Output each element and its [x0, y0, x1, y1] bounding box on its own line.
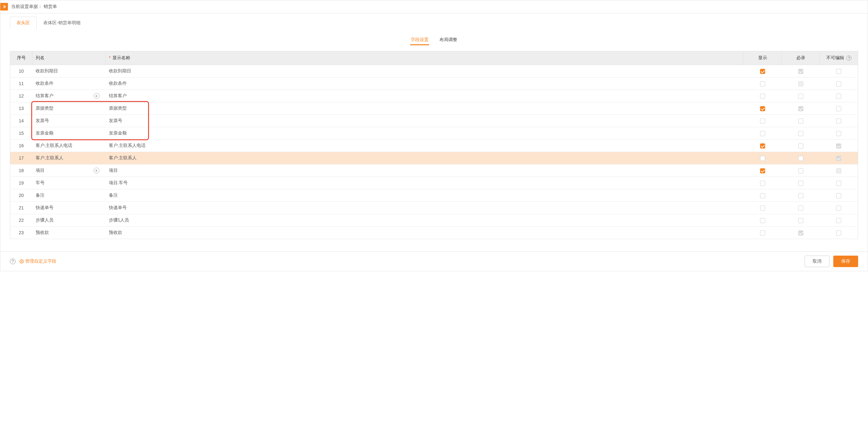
locked-checkbox	[836, 168, 841, 173]
show-checkbox[interactable]	[760, 81, 765, 86]
required-star-icon: *	[109, 55, 111, 60]
plus-icon[interactable]: +	[94, 93, 99, 99]
help-icon[interactable]: ?	[846, 55, 851, 61]
row-show-cell	[744, 202, 782, 214]
show-checkbox[interactable]	[760, 94, 765, 99]
svg-point-0	[21, 261, 22, 262]
plus-icon[interactable]: +	[94, 168, 99, 173]
row-display-name[interactable]: 预收款	[106, 227, 744, 239]
th-index: 序号	[10, 51, 32, 65]
table-row: 19车号项目.车号	[10, 177, 858, 189]
row-locked-cell	[820, 152, 858, 165]
row-display-name[interactable]: 客户.主联系人	[106, 152, 744, 165]
row-required-cell	[782, 78, 820, 90]
locked-checkbox[interactable]	[836, 206, 841, 211]
locked-checkbox	[836, 156, 841, 161]
row-required-cell	[782, 127, 820, 140]
show-checkbox[interactable]	[760, 168, 765, 173]
row-locked-cell	[820, 165, 858, 177]
required-checkbox[interactable]	[798, 156, 803, 161]
row-name-cell: 发票金额	[32, 127, 106, 140]
top-tab-1[interactable]: 表体区-销货单明细	[37, 17, 87, 29]
row-index: 15	[10, 127, 32, 140]
show-checkbox[interactable]	[760, 181, 765, 186]
locked-checkbox[interactable]	[836, 69, 841, 74]
row-display-name[interactable]: 发票号	[106, 115, 744, 127]
required-checkbox[interactable]	[798, 94, 803, 99]
row-display-name[interactable]: 收款条件	[106, 78, 744, 90]
row-index: 21	[10, 202, 32, 214]
row-display-name[interactable]: 发票金额	[106, 127, 744, 140]
row-name-cell: 发票号	[32, 115, 106, 127]
show-checkbox[interactable]	[760, 206, 765, 211]
row-display-name[interactable]: 步骤1人员	[106, 214, 744, 227]
locked-checkbox[interactable]	[836, 193, 841, 198]
required-checkbox[interactable]	[798, 119, 803, 124]
row-show-cell	[744, 115, 782, 127]
top-tab-0[interactable]: 表头区	[10, 17, 37, 29]
sub-tab-0[interactable]: 字段设置	[410, 35, 429, 45]
locked-checkbox[interactable]	[836, 106, 841, 111]
row-display-name[interactable]: 收款到期日	[106, 65, 744, 78]
row-display-name[interactable]: 项目.车号	[106, 177, 744, 189]
row-locked-cell	[820, 127, 858, 140]
row-show-cell	[744, 127, 782, 140]
row-display-name[interactable]: 票据类型	[106, 102, 744, 115]
show-checkbox[interactable]	[760, 106, 765, 111]
question-icon[interactable]: ?	[10, 258, 16, 264]
row-display-name[interactable]: 客户.主联系人电话	[106, 140, 744, 152]
row-required-cell	[782, 177, 820, 189]
row-name-cell: 车号	[32, 177, 106, 189]
locked-checkbox[interactable]	[836, 230, 841, 235]
save-button[interactable]: 保存	[833, 256, 858, 267]
row-name: 发票金额	[36, 131, 54, 136]
table-row: 17客户.主联系人客户.主联系人	[10, 152, 858, 165]
row-name: 步骤人员	[36, 218, 54, 223]
required-checkbox	[798, 106, 803, 111]
required-checkbox[interactable]	[798, 168, 803, 173]
footer-right: 取消 保存	[805, 256, 858, 267]
required-checkbox[interactable]	[798, 131, 803, 136]
row-name: 收款条件	[36, 81, 54, 86]
row-show-cell	[744, 65, 782, 78]
row-name-cell: 客户.主联系人电话	[32, 140, 106, 152]
row-name: 结算客户	[36, 93, 54, 99]
row-display-name[interactable]: 快递单号	[106, 202, 744, 214]
show-checkbox[interactable]	[760, 143, 765, 148]
locked-checkbox[interactable]	[836, 81, 841, 86]
locked-checkbox[interactable]	[836, 131, 841, 136]
th-locked-label: 不可编辑	[826, 55, 844, 60]
required-checkbox[interactable]	[798, 143, 803, 148]
sub-tab-1[interactable]: 布局调整	[439, 35, 458, 45]
row-locked-cell	[820, 177, 858, 189]
row-name: 预收款	[36, 230, 49, 235]
required-checkbox[interactable]	[798, 193, 803, 198]
required-checkbox[interactable]	[798, 206, 803, 211]
row-index: 16	[10, 140, 32, 152]
row-show-cell	[744, 90, 782, 102]
required-checkbox[interactable]	[798, 181, 803, 186]
locked-checkbox[interactable]	[836, 181, 841, 186]
table-row: 15发票金额发票金额	[10, 127, 858, 140]
expand-button[interactable]	[0, 3, 8, 10]
row-display-name[interactable]: 项目	[106, 165, 744, 177]
row-name: 快递单号	[36, 205, 54, 211]
locked-checkbox[interactable]	[836, 218, 841, 223]
manage-custom-fields-link[interactable]: 管理自定义字段	[20, 258, 56, 264]
locked-checkbox[interactable]	[836, 119, 841, 124]
show-checkbox[interactable]	[760, 230, 765, 235]
header-title-label: 当前设置单据：	[11, 4, 42, 9]
required-checkbox	[798, 69, 803, 74]
row-display-name[interactable]: 结算客户	[106, 90, 744, 102]
show-checkbox[interactable]	[760, 119, 765, 124]
cancel-button[interactable]: 取消	[805, 256, 830, 267]
required-checkbox[interactable]	[798, 218, 803, 223]
locked-checkbox[interactable]	[836, 94, 841, 99]
show-checkbox[interactable]	[760, 156, 765, 161]
show-checkbox[interactable]	[760, 193, 765, 198]
show-checkbox[interactable]	[760, 218, 765, 223]
show-checkbox[interactable]	[760, 69, 765, 74]
row-display-name[interactable]: 备注	[106, 189, 744, 202]
show-checkbox[interactable]	[760, 131, 765, 136]
table-row: 13票据类型票据类型	[10, 102, 858, 115]
